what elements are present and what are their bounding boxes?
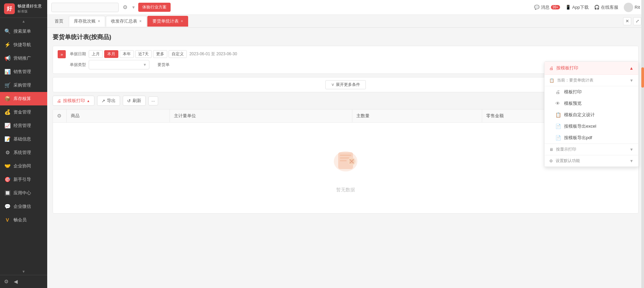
template-design-item[interactable]: 📋 模板自定义设计 [545, 109, 638, 121]
print-button[interactable]: 🖨 按模板打印 ▲ [53, 96, 94, 106]
sidebar-item-label: 库存核算 [13, 96, 31, 102]
sidebar-item-label: 应用中心 [13, 190, 31, 196]
print-label: 按模板打印 [63, 98, 85, 104]
expand-icon: ∨ [331, 82, 334, 87]
preview-icon: 👁 [555, 101, 561, 106]
current-template-header[interactable]: 📋 当前：要货单统计表 ▼ [545, 75, 638, 86]
online-service-label: 在线客服 [601, 4, 618, 10]
app-download-label: App下载 [572, 4, 589, 10]
sidebar-item-label: 经营管理 [13, 123, 31, 129]
more-button[interactable]: ··· [148, 96, 158, 105]
sidebar-item-inventory[interactable]: 📦 库存核算 [0, 92, 47, 105]
main-area: ⚙ ▼ 体验行业方案 💬 消息 99+ 📱 App下载 🎧 在线客服 Rit [47, 0, 644, 288]
sidebar-item-membership[interactable]: V 畅会员 [0, 213, 47, 227]
app-name: 畅捷通好生意 [18, 4, 42, 9]
sidebar-item-quick-nav[interactable]: ⚡ 快捷导航 [0, 38, 47, 52]
template-export-excel-label: 按模板导出excel [564, 123, 596, 129]
sidebar-scroll-down[interactable]: ▼ [0, 268, 47, 275]
app-center-icon: 🔲 [4, 190, 11, 196]
sidebar-item-operation[interactable]: 📈 经营管理 [0, 119, 47, 132]
col-quantity: 主数量 [352, 109, 482, 123]
dropdown-header-right: ▲ [629, 66, 634, 71]
online-service-item[interactable]: 🎧 在线客服 [594, 4, 618, 10]
template-export-pdf-item[interactable]: 📄 按模板导出pdf [545, 132, 638, 143]
sidebar-item-finance[interactable]: 💰 资金管理 [0, 105, 47, 119]
settings-icon[interactable]: ⚙ [4, 279, 8, 285]
type-select[interactable] [89, 60, 149, 69]
tabbar: 首页 库存批次账 × 收发存汇总表 × 要货单统计表 × ✕ ⤢ [47, 15, 644, 28]
sidebar-item-enterprise[interactable]: 🤝 企业协同 [0, 159, 47, 173]
tab-close-all-button[interactable]: ✕ [623, 17, 631, 25]
tab-home[interactable]: 首页 [50, 16, 68, 27]
sidebar-toggle-icon[interactable]: ◀ [14, 279, 18, 285]
date-label: 单据日期 [70, 51, 86, 57]
filter-expand-button[interactable]: » [58, 50, 66, 58]
date-btn-this-month[interactable]: 本月 [104, 50, 118, 58]
default-func-icon: ⚙ [549, 159, 553, 163]
design-icon: 📋 [555, 112, 561, 118]
col-settings[interactable]: ⚙ [53, 109, 66, 123]
newbie-icon: 🎯 [4, 176, 11, 183]
template-print-item[interactable]: 🖨 模板打印 [545, 86, 638, 98]
print-dropdown: 🖨 按模板打印 ▲ 📋 当前：要货单统计表 ▼ 🖨 [544, 61, 639, 167]
pdf-icon: 📄 [555, 135, 561, 140]
sidebar-item-app-center[interactable]: 🔲 应用中心 [0, 186, 47, 200]
page-content: 要货单统计表(按商品) » 单据日期 上月 本月 本年 近7天 更多 自定义 2… [47, 28, 644, 288]
tab-receipt-summary-label: 收发存汇总表 [111, 18, 137, 24]
tab-maximize-button[interactable]: ⤢ [633, 17, 641, 25]
date-btn-last-month[interactable]: 上月 [89, 50, 103, 58]
topbar-right: 💬 消息 99+ 📱 App下载 🎧 在线客服 Rit [534, 3, 640, 12]
display-print-header[interactable]: 🖥 按显示打印 ▼ [545, 144, 638, 155]
right-scrollbar[interactable] [641, 0, 644, 288]
export-button[interactable]: ↗ 导出 [97, 96, 120, 106]
sidebar-item-search[interactable]: 🔍 搜索菜单 [0, 25, 47, 38]
date-btn-custom[interactable]: 自定义 [169, 50, 187, 58]
sidebar-item-marketing[interactable]: 📢 营销推广 [0, 52, 47, 65]
gear-icon[interactable]: ⚙ [121, 3, 129, 12]
sidebar-item-label: 快捷导航 [13, 42, 31, 48]
default-func-header[interactable]: ⚙ 设置默认功能 ▼ [545, 155, 638, 166]
avatar [624, 3, 633, 12]
app-download-item[interactable]: 📱 App下载 [565, 4, 589, 10]
sidebar-item-corp-wechat[interactable]: 💬 企业微信 [0, 200, 47, 213]
expand-more-button[interactable]: ∨ 展开更多条件 [325, 80, 365, 89]
user-avatar-item[interactable]: Rit [624, 3, 640, 12]
empty-text: 暂无数据 [336, 187, 355, 193]
sidebar-item-newbie[interactable]: 🎯 新手引导 [0, 173, 47, 186]
sidebar-item-purchase[interactable]: 🛒 采购管理 [0, 78, 47, 92]
svg-rect-4 [340, 160, 347, 161]
sidebar-item-basics[interactable]: 📝 基础信息 [0, 132, 47, 146]
date-btn-last-7days[interactable]: 近7天 [135, 50, 152, 58]
template-preview-item[interactable]: 👁 模板预览 [545, 98, 638, 109]
default-func-section: ⚙ 设置默认功能 ▼ [545, 155, 638, 167]
sidebar-nav: 🔍 搜索菜单 ⚡ 快捷导航 📢 营销推广 📊 销售管理 🛒 采购管理 📦 库存核… [0, 25, 47, 268]
tab-inventory-batch[interactable]: 库存批次账 × [69, 16, 105, 27]
finance-icon: 💰 [4, 109, 11, 116]
chevron-up-icon: ▲ [87, 99, 90, 103]
sidebar-item-sales[interactable]: 📊 销售管理 [0, 65, 47, 78]
col-unit: 主计量单位 [170, 109, 352, 123]
date-btn-more[interactable]: 更多 [153, 50, 167, 58]
topbar-chevron-down-icon[interactable]: ▼ [131, 5, 136, 10]
template-export-excel-item[interactable]: 📄 按模板导出excel [545, 121, 638, 132]
sidebar-scroll-up[interactable]: ▲ [0, 18, 47, 25]
sidebar-item-label: 企业协同 [13, 163, 31, 169]
dropdown-header[interactable]: 🖨 按模板打印 ▲ [545, 62, 638, 75]
search-input[interactable] [51, 3, 119, 12]
sidebar-item-system[interactable]: ⚙ 系统管理 [0, 146, 47, 159]
messages-item[interactable]: 💬 消息 99+ [534, 4, 560, 10]
date-btn-this-year[interactable]: 本年 [120, 50, 134, 58]
tab-order-stats[interactable]: 要货单统计表 × [147, 16, 188, 27]
sidebar-logo: 好 畅捷通好生意 标准版 [0, 0, 47, 18]
refresh-button[interactable]: ↺ 刷新 [123, 96, 146, 106]
tab-order-stats-close[interactable]: × [181, 19, 183, 24]
tab-receipt-summary-close[interactable]: × [139, 19, 142, 24]
display-print-icon: 🖥 [549, 147, 553, 152]
tab-inventory-batch-close[interactable]: × [98, 19, 100, 24]
settings-icon[interactable]: ⚙ [57, 113, 61, 119]
scrollbar-thumb[interactable] [641, 67, 644, 88]
tab-receipt-summary[interactable]: 收发存汇总表 × [106, 16, 147, 27]
dropdown-header-left: 🖨 按模板打印 [549, 65, 578, 71]
trial-button[interactable]: 体验行业方案 [138, 3, 171, 12]
export-icon: ↗ [101, 98, 105, 103]
